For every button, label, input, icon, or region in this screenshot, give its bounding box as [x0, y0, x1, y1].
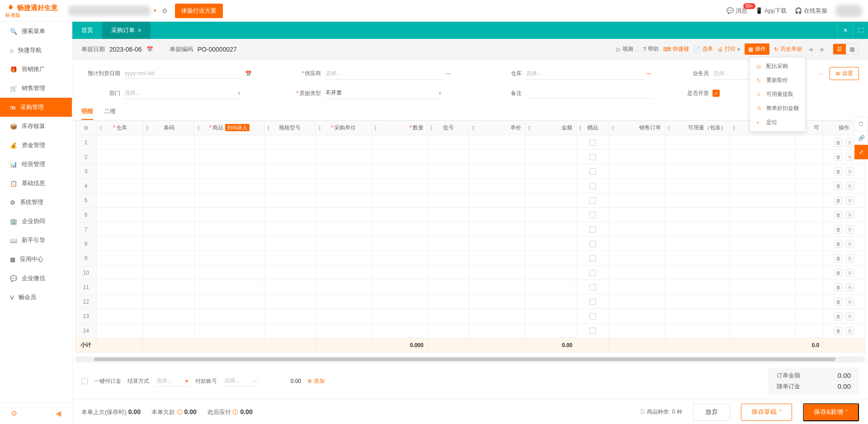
toolbar-video[interactable]: ▷视频	[617, 45, 633, 53]
toolbar-help[interactable]: ?帮助	[643, 45, 659, 53]
sidebar-item-vip[interactable]: V畅会员	[0, 288, 72, 307]
toolbar-history[interactable]: ↻历史单据	[774, 45, 802, 53]
delete-row-icon[interactable]: 🗑	[834, 138, 842, 147]
dropdown-ratio-purchase[interactable]: ◎配比采购	[750, 59, 805, 73]
col-product[interactable]: ▲▼*商品扫码录入	[194, 121, 264, 135]
gift-checkbox[interactable]	[590, 241, 596, 247]
toolbar-select-order[interactable]: 📄选单	[693, 45, 713, 53]
delete-row-icon[interactable]: 🗑	[834, 254, 842, 262]
calendar-icon[interactable]: 📅	[146, 46, 153, 52]
col-qty[interactable]: ▲▼*数量	[372, 121, 428, 135]
delete-row-icon[interactable]: 🗑	[834, 153, 842, 161]
table-row[interactable]: 5🗑⎘	[75, 193, 865, 208]
sidebar-item-newbie[interactable]: 📖新手引导	[0, 231, 72, 250]
col-gift[interactable]: ▲▼赠品	[576, 121, 609, 135]
delete-row-icon[interactable]: 🗑	[834, 167, 842, 176]
table-row[interactable]: 1🗑⎘	[75, 135, 865, 150]
toolbar-print[interactable]: 🖨打印▾	[717, 45, 740, 53]
table-row[interactable]: 11🗑⎘	[75, 280, 865, 295]
gift-checkbox[interactable]	[590, 197, 596, 204]
gift-checkbox[interactable]	[590, 212, 596, 218]
dropdown-available-extract[interactable]: ⇩可用量提取	[750, 87, 805, 101]
gift-checkbox[interactable]	[590, 139, 596, 146]
sidebar-item-sales[interactable]: 🛒销售管理	[0, 79, 72, 98]
scan-badge[interactable]: 扫码录入	[225, 124, 250, 131]
order-date-value[interactable]: 2023-06-06	[109, 46, 142, 53]
user-avatar[interactable]	[835, 5, 863, 17]
info-icon[interactable]: ⓘ	[640, 408, 645, 416]
sidebar-item-collab[interactable]: 🏢企业协同	[0, 212, 72, 231]
table-row[interactable]: 7🗑⎘	[75, 222, 865, 237]
delete-row-icon[interactable]: 🗑	[834, 196, 842, 205]
info-icon[interactable]: ⓘ	[232, 409, 238, 415]
online-service-link[interactable]: 🎧 在线客服	[795, 7, 827, 15]
copy-row-icon[interactable]: ⎘	[846, 153, 854, 161]
sidebar-item-quicknav[interactable]: ⌂快捷导航	[0, 41, 72, 60]
dropdown-whole-discount[interactable]: ％整单折扣金额	[750, 101, 805, 115]
delete-row-icon[interactable]: 🗑	[834, 312, 842, 320]
cta-industry-button[interactable]: 体验行业方案	[175, 4, 223, 18]
collapse-icon[interactable]: ◀	[56, 409, 61, 418]
delete-row-icon[interactable]: 🗑	[834, 269, 842, 277]
copy-row-icon[interactable]: ⎘	[846, 312, 854, 320]
pager-next[interactable]: ▶	[819, 46, 826, 52]
sidebar-item-marketing[interactable]: 🎁营销推广	[0, 60, 72, 79]
gift-checkbox[interactable]	[590, 328, 596, 334]
col-amount[interactable]: ▲▼金额	[525, 121, 576, 135]
pager-prev[interactable]: ◀	[807, 46, 814, 52]
sidebar-item-basic[interactable]: 📋基础信息	[0, 174, 72, 193]
copy-row-icon[interactable]: ⎘	[846, 225, 854, 233]
delete-row-icon[interactable]: 🗑	[834, 182, 842, 190]
copy-row-icon[interactable]: ⎘	[846, 269, 854, 277]
tabs-close-all[interactable]: ✕	[837, 22, 853, 39]
gift-checkbox[interactable]	[590, 284, 596, 291]
warehouse-more[interactable]: ···	[646, 71, 651, 77]
expect-date-input[interactable]	[124, 68, 241, 79]
col-batch[interactable]: ▲▼批号	[427, 121, 469, 135]
table-row[interactable]: 13🗑⎘	[75, 309, 865, 324]
gift-checkbox[interactable]	[590, 299, 596, 305]
copy-row-icon[interactable]: ⎘	[846, 182, 854, 190]
gear-icon[interactable]: ⚙	[162, 7, 168, 14]
copy-row-icon[interactable]: ⎘	[846, 138, 854, 147]
save-new-button[interactable]: 保存&新增˄	[803, 403, 859, 421]
gift-checkbox[interactable]	[590, 270, 596, 276]
copy-row-icon[interactable]: ⎘	[846, 254, 854, 262]
toolbar-shortcut[interactable]: ⌨快捷键	[663, 45, 689, 53]
delete-row-icon[interactable]: 🗑	[834, 298, 842, 306]
sidebar-item-purchase[interactable]: 🛍采购管理	[0, 98, 72, 117]
copy-row-icon[interactable]: ⎘	[846, 327, 854, 335]
copy-row-icon[interactable]: ⎘	[846, 298, 854, 306]
sidebar-item-inventory[interactable]: 📦库存核算	[0, 117, 72, 136]
tab-2d[interactable]: 二维	[104, 107, 116, 120]
view-list-icon[interactable]: ☰	[833, 44, 846, 54]
delete-row-icon[interactable]: 🗑	[834, 211, 842, 219]
tab-home[interactable]: 首页	[72, 22, 102, 39]
form-more-icon[interactable]: ···	[817, 69, 825, 79]
dept-select[interactable]: 选择...▾	[124, 87, 241, 99]
info-icon[interactable]: ⓘ	[177, 409, 183, 415]
col-price[interactable]: ▲▼单价	[469, 121, 525, 135]
delete-row-icon[interactable]: 🗑	[834, 225, 842, 233]
table-row[interactable]: 6🗑⎘	[75, 208, 865, 222]
rail-expand-icon[interactable]: ⤢	[854, 145, 868, 159]
dropdown-locate[interactable]: ⌖定位	[750, 115, 805, 129]
pay-account-select[interactable]: 选择...···	[223, 376, 259, 386]
sidebar-item-wechat[interactable]: 💬企业微信	[0, 269, 72, 288]
supplier-select[interactable]: 选择...	[325, 68, 442, 80]
dropdown-reprice[interactable]: ↻重新取价	[750, 73, 805, 87]
gift-checkbox[interactable]	[590, 168, 596, 175]
copy-row-icon[interactable]: ⎘	[846, 211, 854, 219]
settings-button[interactable]: ⚙设置	[830, 67, 859, 80]
discard-button[interactable]: 放弃	[693, 404, 730, 421]
col-gear[interactable]: ⚙	[75, 121, 97, 135]
view-grid-icon[interactable]: ▦	[846, 44, 859, 54]
remark-input[interactable]	[525, 88, 652, 99]
col-available[interactable]: ▲▼可用量（包装）	[665, 121, 730, 135]
warehouse-select[interactable]: 选择...	[525, 68, 643, 80]
delete-row-icon[interactable]: 🗑	[834, 240, 842, 248]
delete-row-icon[interactable]: 🗑	[834, 327, 842, 335]
tab-detail[interactable]: 明细	[81, 107, 93, 120]
gift-checkbox[interactable]	[590, 226, 596, 233]
delete-row-icon[interactable]: 🗑	[834, 283, 842, 291]
